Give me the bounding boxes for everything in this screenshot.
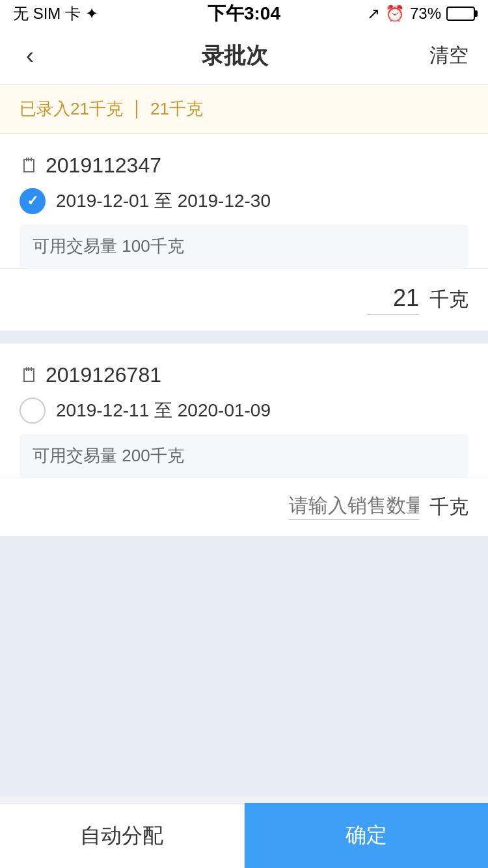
batch-2-date-row: 2019-12-11 至 2020-01-09	[20, 398, 468, 424]
batch-1-date: 2019-12-01 至 2019-12-30	[56, 189, 271, 213]
bottom-actions: 自动分配 确定	[0, 803, 488, 868]
confirm-button[interactable]: 确定	[245, 803, 489, 868]
batch-2-input-wrapper	[289, 495, 419, 520]
nav-bar: ‹ 录批次 清空	[0, 27, 488, 85]
batch-2-available: 可用交易量 200千克	[20, 434, 468, 478]
auto-distribute-button[interactable]: 自动分配	[0, 803, 245, 868]
clear-button[interactable]: 清空	[429, 42, 468, 69]
batch-1-radio[interactable]	[20, 188, 46, 214]
batch-2-radio[interactable]	[20, 398, 46, 424]
batch-1-available: 可用交易量 100千克	[20, 224, 468, 268]
batch-1-date-row: 2019-12-01 至 2019-12-30	[20, 188, 468, 214]
batch-card-2: 🗒 2019126781 2019-12-11 至 2020-01-09 可用交…	[0, 344, 488, 478]
status-time: 下午3:04	[208, 1, 280, 26]
section-separator	[0, 331, 488, 344]
info-value: 21千克	[150, 98, 203, 120]
batch-1-quantity-row: 21 千克	[0, 268, 488, 331]
batch-2-quantity-input[interactable]	[289, 495, 419, 520]
batch-1-unit: 千克	[429, 286, 468, 313]
batch-2-input-row: 千克	[0, 478, 488, 536]
batch-1-quantity-value: 21	[393, 284, 419, 311]
info-banner: 已录入21千克 21千克	[0, 85, 488, 134]
batch-2-date: 2019-12-11 至 2020-01-09	[56, 398, 271, 423]
batch-card-1: 🗒 2019112347 2019-12-01 至 2019-12-30 可用交…	[0, 134, 488, 268]
batch-2-icon: 🗒	[20, 364, 39, 387]
page-title: 录批次	[202, 41, 268, 71]
batch-1-id: 2019112347	[46, 154, 161, 178]
status-left: 无 SIM 卡 ✦	[13, 3, 98, 24]
batch-1-icon: 🗒	[20, 155, 39, 177]
status-bar: 无 SIM 卡 ✦ 下午3:04 ↗ ⏰ 73%	[0, 0, 488, 27]
batch-2-unit: 千克	[429, 494, 468, 521]
info-label: 已录入21千克	[20, 98, 123, 120]
battery-percent: 73%	[410, 5, 441, 23]
batch-1-header: 🗒 2019112347	[20, 154, 468, 178]
batch-2-id: 2019126781	[46, 363, 161, 387]
status-right: ↗ ⏰ 73%	[367, 5, 475, 23]
empty-area	[0, 536, 488, 796]
sim-label: 无 SIM 卡 ✦	[13, 3, 98, 24]
main-content: 🗒 2019112347 2019-12-01 至 2019-12-30 可用交…	[0, 134, 488, 861]
batch-2-header: 🗒 2019126781	[20, 363, 468, 387]
back-button[interactable]: ‹	[20, 36, 40, 76]
direction-icon: ↗	[367, 5, 380, 23]
alarm-icon: ⏰	[385, 5, 405, 23]
info-divider	[136, 100, 137, 118]
batch-1-quantity-wrapper: 21	[367, 284, 419, 315]
battery-icon	[446, 7, 475, 21]
